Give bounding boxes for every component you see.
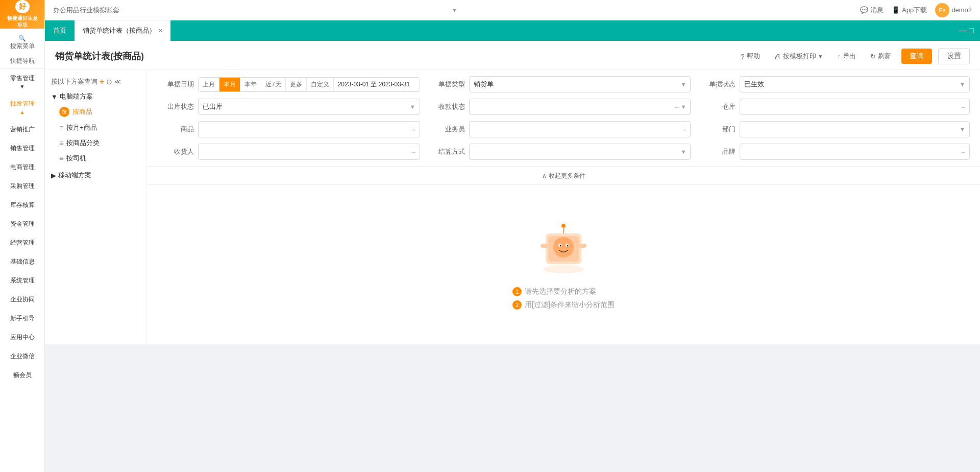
date-btn-custom[interactable]: 自定义 (307, 78, 334, 91)
pay-method-filter[interactable]: ▼ (469, 144, 691, 160)
search-menu-btn[interactable]: 🔍 搜索菜单 (0, 29, 44, 54)
sidebar-item-member[interactable]: 畅会员 (0, 366, 44, 385)
department-filter[interactable]: ▼ (740, 121, 970, 137)
export-btn[interactable]: ↑ 导出 (834, 50, 861, 63)
salesperson-filter[interactable]: ··· (469, 121, 691, 137)
sidebar-item-wholesale[interactable]: 批发管理 ▲ (0, 95, 44, 120)
product-filter[interactable]: ··· (198, 121, 420, 137)
tab-controls: — □ (959, 26, 980, 35)
sidebar-item-system[interactable]: 系统管理 (0, 271, 44, 290)
scheme-item-icon-month: ≡ (59, 124, 63, 132)
svg-point-10 (561, 224, 566, 228)
user-name: demo2 (951, 6, 972, 14)
warehouse-filter[interactable]: ··· (740, 99, 970, 115)
sidebar-item-wechat[interactable]: 企业微信 (0, 347, 44, 366)
scheme-item-by-driver[interactable]: ≡ 按司机 (45, 151, 146, 166)
sidebar-item-enterprise[interactable]: 企业协同 (0, 290, 44, 309)
warehouse-more-icon: ··· (961, 103, 965, 111)
date-btn-this-year[interactable]: 本年 (240, 78, 261, 91)
sidebar-item-inventory[interactable]: 库存核算 (0, 196, 44, 215)
user-menu-btn[interactable]: Ea demo2 (935, 3, 972, 17)
collapse-btn[interactable]: ∧ 收起更多条件 (542, 172, 585, 180)
sidebar-item-guide[interactable]: 新手引导 (0, 309, 44, 328)
scheme-collapse-btn[interactable]: ≪ (114, 78, 121, 85)
logo-sub: 标版 (17, 22, 28, 28)
sidebar-item-sales[interactable]: 销售管理 (0, 139, 44, 158)
brand-more-icon: ··· (961, 148, 965, 156)
search-menu-label: 搜索菜单 (10, 42, 35, 50)
sidebar-item-operations[interactable]: 经营管理 (0, 233, 44, 252)
main-content: 办公用品行业模拟账套 ▼ 💬 消息 📱 App下载 Ea demo2 首页 (45, 0, 980, 472)
app-download-btn[interactable]: 📱 App下载 (892, 6, 927, 15)
quick-nav-btn[interactable]: 快捷导航 (0, 54, 44, 69)
sidebar-item-purchase[interactable]: 采购管理 (0, 177, 44, 196)
brand-filter[interactable]: ··· (740, 144, 970, 160)
salesperson-more-icon: ··· (682, 126, 686, 133)
scheme-add-btn[interactable]: + (100, 77, 104, 86)
dropdown-icon: ▼ (452, 7, 457, 13)
tab-min-btn[interactable]: — (959, 26, 967, 35)
settings-label: 设置 (947, 52, 961, 61)
tabbar: 首页 销货单统计表（按商品） × — □ (45, 20, 980, 41)
chevron-down-icon: ▼ (20, 84, 25, 89)
scheme-group-pc: ▼ 电脑端方案 按 按商品 ≡ 按月+商品 ≡ (45, 89, 146, 166)
sidebar-item-retail[interactable]: 零售管理 ▼ (0, 69, 44, 95)
product-label: 商品 (157, 125, 198, 134)
print-btn[interactable]: 🖨 按模板打印 ▼ (770, 50, 827, 63)
sidebar: 好 畅捷通好生意 标版 🔍 搜索菜单 快捷导航 零售管理 ▼ 批发管理 ▲ 营销… (0, 0, 45, 472)
date-btn-7days[interactable]: 近7天 (261, 78, 286, 91)
sidebar-item-finance[interactable]: 资金管理 (0, 215, 44, 233)
date-btn-this-month[interactable]: 本月 (219, 78, 240, 91)
sidebar-item-marketing[interactable]: 营销推广 (0, 120, 44, 139)
topbar-right: 💬 消息 📱 App下载 Ea demo2 (860, 3, 972, 17)
tab-active[interactable]: 销货单统计表（按商品） × (75, 20, 170, 41)
page-header: 销货单统计表(按商品) ? 帮助 🖨 按模板打印 ▼ ↑ 导出 (45, 41, 980, 70)
tab-home-label: 首页 (53, 26, 66, 35)
scheme-item-by-month-product[interactable]: ≡ 按月+商品 (45, 120, 146, 135)
refresh-icon: ↻ (870, 53, 876, 60)
refresh-label: 刷新 (878, 52, 891, 61)
help-btn[interactable]: ? 帮助 (737, 50, 764, 63)
type-filter[interactable]: 销货单 ▼ (469, 76, 691, 92)
svg-point-3 (553, 237, 574, 257)
scheme-edit-btn[interactable]: ⊙ (106, 78, 112, 86)
download-icon: 📱 (892, 6, 900, 14)
date-btn-last-month[interactable]: 上月 (199, 78, 219, 91)
payment-filter[interactable]: ··· ▼ (469, 99, 691, 115)
scheme-item-icon-category: ≡ (59, 139, 63, 147)
outbound-dropdown-icon: ▼ (410, 104, 415, 110)
settings-btn[interactable]: 设置 (938, 48, 970, 64)
tab-close-icon[interactable]: × (159, 27, 162, 34)
tab-active-label: 销货单统计表（按商品） (83, 26, 156, 35)
sidebar-item-member-label: 畅会员 (13, 371, 32, 380)
date-btn-more[interactable]: 更多 (286, 78, 307, 91)
date-label: 单据日期 (157, 80, 198, 89)
print-dropdown-icon: ▼ (818, 54, 823, 59)
logo-text: 畅捷通好生意 (7, 15, 38, 21)
sidebar-item-apps[interactable]: 应用中心 (0, 328, 44, 347)
status-filter[interactable]: 已生效 ▼ (740, 76, 970, 92)
sidebar-item-basic[interactable]: 基础信息 (0, 252, 44, 271)
tip-num-2: 2 (512, 300, 522, 310)
split-container: 按以下方案查询 + ⊙ ≪ ▼ 电脑端方案 按 按商品 (45, 70, 980, 344)
sidebar-item-ecommerce[interactable]: 电商管理 (0, 158, 44, 177)
refresh-btn[interactable]: ↻ 刷新 (866, 50, 895, 63)
scheme-group-pc-title[interactable]: ▼ 电脑端方案 (45, 89, 146, 104)
chevron-up-icon: ▲ (20, 109, 25, 115)
tab-max-btn[interactable]: □ (969, 26, 974, 35)
outbound-filter[interactable]: 已出库 ▼ (198, 99, 420, 115)
message-btn[interactable]: 💬 消息 (860, 6, 884, 15)
empty-tip-1-text: 请先选择要分析的方案 (525, 287, 596, 296)
empty-illustration (533, 216, 594, 277)
empty-tip-2: 2 用[过滤]条件来缩小分析范围 (512, 300, 615, 310)
query-btn[interactable]: 查询 (901, 49, 932, 64)
sidebar-item-sales-label: 销售管理 (10, 144, 35, 153)
empty-state: 1 请先选择要分析的方案 2 用[过滤]条件来缩小分析范围 (147, 185, 980, 344)
collapse-icon: ∧ (542, 172, 547, 179)
scheme-item-by-category[interactable]: ≡ 按商品分类 (45, 135, 146, 151)
content-card: 销货单统计表(按商品) ? 帮助 🖨 按模板打印 ▼ ↑ 导出 (45, 41, 980, 344)
scheme-item-by-product[interactable]: 按 按商品 (45, 104, 146, 120)
scheme-group-mobile-title[interactable]: ▶ 移动端方案 (45, 168, 146, 182)
tab-home[interactable]: 首页 (45, 20, 75, 41)
receiver-filter[interactable]: ··· (198, 144, 420, 160)
